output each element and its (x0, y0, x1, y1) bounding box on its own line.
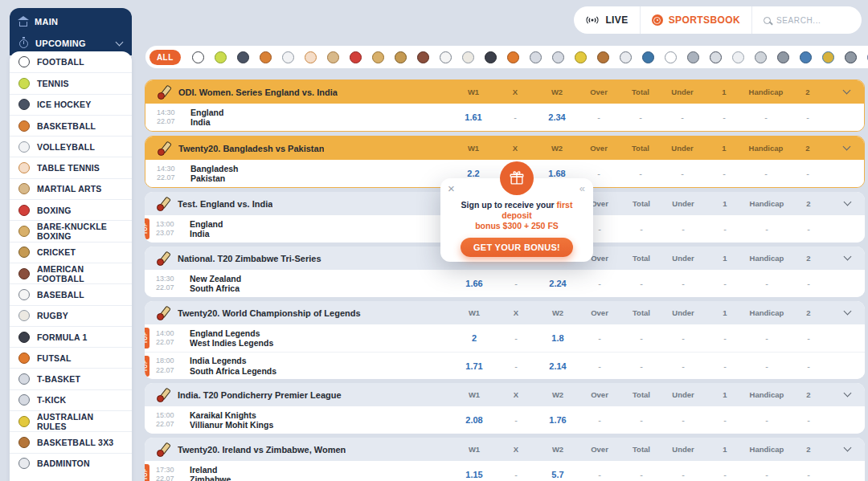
filter-australian-rules-icon[interactable] (570, 51, 592, 63)
odds-w1[interactable]: 1.15 (453, 470, 495, 479)
odds-w2[interactable]: 2.24 (537, 279, 579, 288)
filter-water-polo-icon[interactable] (817, 51, 840, 63)
odds-under[interactable]: - (662, 361, 704, 371)
odds-1[interactable]: - (703, 112, 745, 122)
odds-handicap[interactable]: - (745, 112, 787, 122)
expand-toggle[interactable] (829, 88, 864, 96)
filter-futsal-icon[interactable] (502, 51, 525, 63)
odds-over[interactable]: - (579, 470, 620, 479)
odds-x[interactable]: - (495, 415, 537, 425)
sidebar-item-volleyball[interactable]: VOLLEYBALL (10, 136, 132, 157)
expand-toggle[interactable] (829, 445, 865, 454)
filter-american-football-icon[interactable] (412, 51, 435, 63)
odds-w2[interactable]: 2.34 (536, 112, 578, 122)
odds-total[interactable]: - (620, 279, 662, 288)
match-card-header[interactable]: Twenty20. World Championship of LegendsW… (145, 301, 865, 324)
odds-w2[interactable]: 1.68 (536, 169, 578, 178)
sidebar-item-ice-hockey[interactable]: ICE HOCKEY (10, 94, 132, 115)
sidebar-item-football[interactable]: FOOTBALL (10, 51, 132, 72)
sidebar-item-tennis[interactable]: TENNIS (10, 72, 132, 93)
odds-w1[interactable]: 2.08 (453, 415, 495, 425)
search-input[interactable] (776, 16, 850, 25)
sidebar-item-formula-1[interactable]: FORMULA 1 (10, 326, 132, 347)
odds-1[interactable]: - (703, 169, 745, 178)
match-card-header[interactable]: Twenty20. Ireland vs Zimbabwe, WomenW1XW… (145, 438, 865, 461)
odds-1[interactable]: - (704, 224, 746, 234)
filter-all-button[interactable]: ALL (149, 50, 181, 65)
filter-tennis-icon[interactable] (210, 51, 232, 63)
filter-ice-hockey-icon[interactable] (232, 51, 255, 63)
filter-chess-icon[interactable] (682, 51, 705, 63)
odds-w2[interactable]: 1.76 (537, 415, 579, 425)
expand-toggle[interactable] (829, 390, 865, 399)
collapse-icon[interactable]: « (579, 183, 585, 194)
odds-over[interactable]: - (579, 279, 620, 288)
sidebar-item-cricket[interactable]: CRICKET (10, 242, 132, 263)
odds-total[interactable]: - (620, 224, 662, 234)
filter-t-basket-icon[interactable] (525, 51, 547, 63)
expand-toggle[interactable] (829, 144, 864, 153)
odds-total[interactable]: - (620, 470, 662, 479)
odds-handicap[interactable]: - (746, 361, 788, 371)
live-button[interactable]: LIVE (574, 6, 639, 34)
sidebar-item-main[interactable]: MAIN (10, 11, 132, 32)
sportsbook-button[interactable]: SPORTSBOOK (640, 6, 751, 34)
sidebar-item-baseball[interactable]: BASEBALL (10, 283, 132, 304)
filter-esports-icon[interactable] (862, 51, 868, 63)
sidebar-item-t-kick[interactable]: T-KICK (10, 389, 132, 410)
filter-martial-arts-icon[interactable] (322, 51, 345, 63)
odds-total[interactable]: - (620, 415, 662, 425)
odds-w2[interactable]: 1.8 (537, 333, 579, 343)
sidebar-item-table-tennis[interactable]: TABLE TENNIS (10, 157, 132, 177)
filter-ring-icon[interactable] (660, 51, 682, 63)
odds-w1[interactable]: 2.2 (452, 169, 494, 178)
odds-over[interactable]: - (579, 361, 620, 371)
expand-toggle[interactable] (829, 199, 865, 208)
filter-bare-knuckle-boxing-icon[interactable] (367, 51, 390, 63)
odds-w1[interactable]: 2 (453, 333, 495, 343)
sidebar-item-basketball[interactable]: BASKETBALL (10, 115, 132, 136)
odds-x[interactable]: - (495, 470, 537, 479)
filter-basketball-icon[interactable] (255, 51, 277, 63)
sidebar-item-bare-knuckle-boxing[interactable]: BARE-KNUCKLE BOXING (10, 220, 132, 241)
sidebar-item-rugby[interactable]: RUGBY (10, 305, 132, 326)
close-icon[interactable]: × (448, 182, 455, 194)
odds-handicap[interactable]: - (746, 279, 788, 288)
get-bonus-button[interactable]: GET YOUR BONUS! (461, 238, 573, 257)
filter-lacrosse-icon[interactable] (750, 51, 772, 63)
sidebar-item-boxing[interactable]: BOXING (10, 199, 132, 220)
filter-table-tennis-icon[interactable] (300, 51, 322, 63)
odds-1[interactable]: - (704, 470, 746, 479)
sidebar-item-futsal[interactable]: FUTSAL (10, 347, 132, 368)
odds-2[interactable]: - (788, 224, 829, 234)
sidebar-item-t-basket[interactable]: T-BASKET (10, 368, 132, 389)
odds-1[interactable]: - (704, 361, 746, 371)
expand-toggle[interactable] (829, 254, 865, 263)
odds-total[interactable]: - (620, 169, 661, 178)
match-card-header[interactable]: Twenty20. Bangladesh vs PakistanW1XW2Ove… (145, 137, 864, 160)
filter-squash-icon[interactable] (772, 51, 795, 63)
odds-w1[interactable]: 1.71 (453, 361, 495, 371)
odds-2[interactable]: - (788, 415, 829, 425)
odds-w1[interactable]: 1.61 (452, 112, 494, 122)
odds-1[interactable]: - (704, 279, 746, 288)
filter-baseball-icon[interactable] (435, 51, 457, 63)
filter-badminton-icon[interactable] (615, 51, 637, 63)
filter-ski-jumping-icon[interactable] (840, 51, 862, 63)
odds-total[interactable]: - (620, 112, 661, 122)
filter-golf-icon[interactable] (727, 51, 750, 63)
odds-under[interactable]: - (662, 279, 704, 288)
odds-under[interactable]: - (661, 112, 703, 122)
filter-t-kick-icon[interactable] (547, 51, 570, 63)
filter-volleyball-icon[interactable] (277, 51, 300, 63)
filter-basketball-3x3-icon[interactable] (592, 51, 615, 63)
odds-total[interactable]: - (620, 361, 662, 371)
odds-x[interactable]: - (495, 279, 537, 288)
odds-2[interactable]: - (788, 279, 829, 288)
odds-2[interactable]: - (788, 333, 829, 343)
filter-football-icon[interactable] (187, 51, 210, 63)
filter-formula-1-icon[interactable] (480, 51, 502, 63)
odds-over[interactable]: - (579, 333, 620, 343)
odds-under[interactable]: - (661, 169, 703, 178)
odds-w2[interactable]: 5.7 (537, 470, 579, 479)
